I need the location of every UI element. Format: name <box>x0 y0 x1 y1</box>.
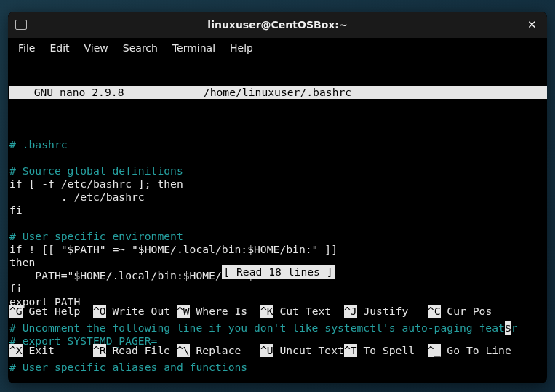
help-key: ^K <box>260 305 273 318</box>
file-line: # Source global definitions <box>9 164 183 177</box>
help-key: ^\ <box>177 344 190 357</box>
help-label: Go To Line <box>441 344 511 356</box>
nano-help-row-2: ^X Exit ^R Read File ^\ Replace ^U Uncut… <box>9 344 547 357</box>
nano-header: GNU nano 2.9.8 /home/linuxuser/.bashrc <box>9 86 547 99</box>
help-label: Write Out <box>106 305 177 317</box>
help-key: ^O <box>93 305 106 318</box>
nano-version: GNU nano 2.9.8 <box>9 86 124 99</box>
help-key: ^T <box>344 344 357 357</box>
menu-help[interactable]: Help <box>223 40 260 56</box>
terminal-content[interactable]: GNU nano 2.9.8 /home/linuxuser/.bashrc #… <box>8 58 547 383</box>
menu-terminal[interactable]: Terminal <box>165 40 223 56</box>
help-label: To Spell <box>357 344 428 356</box>
terminal-new-tab-icon[interactable] <box>15 20 27 30</box>
help-key: ^W <box>177 305 190 318</box>
file-line: # .bashrc <box>9 138 68 151</box>
help-label: Where Is <box>190 305 260 317</box>
menu-file[interactable]: File <box>11 40 42 56</box>
file-line: fi <box>9 204 23 216</box>
close-icon: ✕ <box>527 18 537 31</box>
menu-view[interactable]: View <box>77 40 116 56</box>
file-line: . /etc/bashrc <box>9 191 145 203</box>
help-label: Justify <box>357 305 428 317</box>
help-label: Exit <box>23 344 93 356</box>
help-key: ^_ <box>428 344 441 357</box>
help-key: ^J <box>344 305 357 318</box>
nano-status-line: [ Read 18 lines ] <box>9 265 547 279</box>
help-label: Replace <box>190 344 260 356</box>
help-key: ^C <box>428 305 441 318</box>
help-label: Get Help <box>23 305 93 317</box>
help-key: ^X <box>9 344 23 357</box>
close-button[interactable]: ✕ <box>524 17 540 33</box>
help-key: ^G <box>9 305 23 318</box>
help-label: Uncut Text <box>273 344 344 356</box>
help-key: ^U <box>260 344 273 357</box>
help-key: ^R <box>93 344 106 357</box>
help-label: Read File <box>106 344 177 356</box>
menubar: File Edit View Search Terminal Help <box>8 38 547 58</box>
menu-search[interactable]: Search <box>116 40 165 56</box>
window-title: linuxuser@CentOSBox:~ <box>37 19 518 31</box>
menu-edit[interactable]: Edit <box>42 40 76 56</box>
help-label: Cut Text <box>273 305 344 317</box>
help-label: Cur Pos <box>441 305 492 317</box>
titlebar[interactable]: linuxuser@CentOSBox:~ ✕ <box>8 12 547 38</box>
terminal-window: linuxuser@CentOSBox:~ ✕ File Edit View S… <box>8 12 547 383</box>
nano-help-row-1: ^G Get Help ^O Write Out ^W Where Is ^K … <box>9 305 547 318</box>
nano-footer: [ Read 18 lines ] ^G Get Help ^O Write O… <box>9 239 547 383</box>
file-line: if [ -f /etc/bashrc ]; then <box>9 177 183 190</box>
